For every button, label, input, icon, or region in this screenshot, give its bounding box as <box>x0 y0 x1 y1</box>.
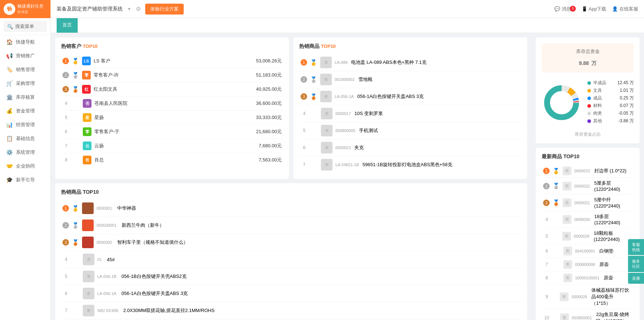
legend-label: 肉类 <box>593 110 602 116</box>
sidebar-item-guide[interactable]: 🎓 新手引导 <box>0 173 50 187</box>
product-name: 体械荔核味苏打饮品400毫升（1*15） <box>591 287 632 307</box>
avatar: 云 <box>83 141 91 150</box>
medal-icon: 🥇 <box>310 59 317 66</box>
product-name: 056-1A白色按键开关盖ABS 3克 <box>122 290 188 297</box>
customer-service-button[interactable]: 客服热线 <box>628 239 644 255</box>
list-item: 7 图 LA-59651-1B 59651-1B旋转投影灯电池盒ABS黑色+58… <box>299 156 521 173</box>
customer-name: 零售客户-于 <box>94 128 253 135</box>
product-name: 18颗粒板 (1220*2440) <box>594 230 632 242</box>
sidebar-item-finance[interactable]: 💰 资金管理 <box>0 104 50 118</box>
medal-icon: 🥉 <box>553 199 560 206</box>
app-download-area[interactable]: 📱 App下载 <box>582 6 606 12</box>
avatar: 肖 <box>83 156 91 164</box>
list-item: 5 图 0000029 18颗粒板 (1220*2440) <box>542 228 634 245</box>
rank-number: 8 <box>62 157 70 163</box>
sidebar-item-collaboration[interactable]: 🤝 企业协同 <box>0 159 50 173</box>
sidebar-item-guide-label: 新手引导 <box>16 177 35 183</box>
hot-products-main-card: 热销商品 TOP10 1 🥇 0000001 中华神器 2 🥈 0005 <box>55 183 527 320</box>
rank-number: 1 <box>62 58 69 64</box>
sidebar-item-sales[interactable]: 🏷️ 销售管理 <box>0 63 50 77</box>
legend-dot <box>587 81 591 85</box>
table-row: 6 零 零售客户-于 21,680.00元 <box>61 125 283 139</box>
dropdown-arrow-icon[interactable]: ▼ <box>127 7 131 12</box>
legend-label: 其他 <box>593 118 602 124</box>
product-info: 0000021 夹克 <box>335 144 520 151</box>
customer-name: 零售客户-许 <box>94 72 253 78</box>
rank-number: 5 <box>62 274 70 279</box>
sidebar-logo: 畅 畅捷通好生意 标准版 <box>0 0 50 18</box>
sidebar-search-area[interactable]: 🔍 搜索菜单 <box>0 18 50 35</box>
list-item: 9 图 0000028 体械荔核味苏打饮品400毫升（1*15） <box>542 285 634 309</box>
avatar: 否 <box>83 99 91 108</box>
message-area[interactable]: 💬 消息 6 <box>554 6 576 12</box>
list-item: 2 🥈 图 0000032 5厘多层 (1220*2440) <box>542 178 634 194</box>
sidebar-item-inventory[interactable]: 🏛️ 库存核算 <box>0 90 50 104</box>
list-item: 6 图 0000021 夹克 <box>299 139 521 156</box>
product-code: 0000033 <box>574 169 590 173</box>
product-name: 2.0X30MM双搓花轴,搓花直径2.1MM/ROHS <box>123 307 214 314</box>
rank-number: 10 <box>543 315 550 320</box>
customer-name: LS 客户 <box>94 58 253 64</box>
logo-edition: 标准版 <box>17 9 44 15</box>
inventory-value-unit: 万 <box>591 60 596 66</box>
customer-name: 苍南县人民医院 <box>94 100 253 107</box>
system-icon: ⚙️ <box>6 149 13 156</box>
content-right-panel: 库存总资金 9.88 万 <box>531 33 644 320</box>
product-image: 图 <box>321 142 333 153</box>
operations-icon: 📊 <box>6 122 13 128</box>
search-menu-button[interactable]: 🔍 搜索菜单 <box>4 21 47 32</box>
service-community-button[interactable]: 服务社区 <box>628 256 644 272</box>
system-title: 装备及固定资产辅助管理系统 <box>57 6 123 12</box>
list-item: 3 🥉 图 LA-056-1A 056-1A白色按键开关盖ABS 3克 <box>299 88 521 105</box>
tab-home[interactable]: 首页 <box>57 18 78 33</box>
rank-number: 5 <box>301 128 308 133</box>
inventory-donut-chart <box>542 83 582 123</box>
product-name: 45# <box>107 257 115 262</box>
customer-amount: 21,680.00元 <box>256 128 282 135</box>
app-label: App下载 <box>588 6 606 12</box>
product-code: 0000028 <box>571 295 587 299</box>
medal-icon: 🥇 <box>72 205 79 212</box>
legend-label: 半成品 <box>593 80 606 86</box>
list-item: 5 图 LA-056-1B 056-1B白色按键开关壳ABS2克 <box>61 268 521 285</box>
product-code: 000800008 <box>575 262 595 267</box>
hot-products-right-list: 1 🥇 图 LA-089 电池盖 LA-089 ABS本色+黑种 7.1克 2 … <box>299 54 521 173</box>
trial-button[interactable]: 体验行业方案 <box>145 4 184 15</box>
product-image: 图 <box>321 159 333 171</box>
new-products-list: 1 🥇 图 0000033 封边带 (1.0*22) 2 🥈 图 0000032… <box>542 164 634 320</box>
rank-number: 6 <box>301 145 308 150</box>
sidebar-item-home[interactable]: 🏠 快捷导航 <box>0 35 50 49</box>
table-row: 8 肖 肖总 7,563.00元 <box>61 153 283 167</box>
rank-number: 4 <box>62 101 70 106</box>
sidebar-item-basic-info[interactable]: 📋 基础信息 <box>0 132 50 145</box>
sidebar-item-inventory-label: 库存核算 <box>16 94 35 100</box>
sidebar-item-operations[interactable]: 📊 经营管理 <box>0 118 50 132</box>
live-button[interactable]: 直播 <box>628 273 644 284</box>
product-image <box>82 220 94 231</box>
sidebar-item-purchase[interactable]: 🛒 采购管理 <box>0 77 50 90</box>
sidebar-item-system[interactable]: ⚙️ 系统管理 <box>0 145 50 159</box>
rank-number: 2 <box>62 222 69 229</box>
product-image: 图 <box>563 247 572 255</box>
legend-value: 1.01 万 <box>620 87 634 94</box>
product-name: 056-1A白色按键开关盖ABS 3克 <box>357 94 424 99</box>
sidebar-item-operations-label: 经营管理 <box>16 122 35 128</box>
rank-number: 6 <box>543 249 550 254</box>
settings-icon[interactable]: ⚙ <box>136 5 141 12</box>
online-service-area[interactable]: 👤 在线客服 <box>612 6 638 12</box>
rank-number: 9 <box>543 294 550 299</box>
legend-dot <box>587 112 591 115</box>
main-area: 装备及固定资产辅助管理系统 ▼ ⚙ 体验行业方案 💬 消息 6 📱 App下载 … <box>51 0 644 320</box>
page-tabs: 首页 <box>51 18 644 33</box>
product-code: 10000100001 <box>575 276 599 280</box>
product-code: LA-056-1A <box>97 291 117 296</box>
rank-number: 7 <box>62 308 70 313</box>
logo-name: 畅捷通好生意 <box>17 4 44 9</box>
product-image: 图 <box>83 288 94 299</box>
table-row: 3 🥉 红 红太阳文具 40,925.00元 <box>61 82 283 97</box>
product-name: 中华神器 <box>117 205 136 212</box>
sidebar-item-marketing[interactable]: 📢 营销推广 <box>0 49 50 63</box>
table-row: 7 云 云扬 7,680.00元 <box>61 139 283 153</box>
product-image: 图 <box>320 91 332 102</box>
rank-number: 4 <box>543 217 550 222</box>
